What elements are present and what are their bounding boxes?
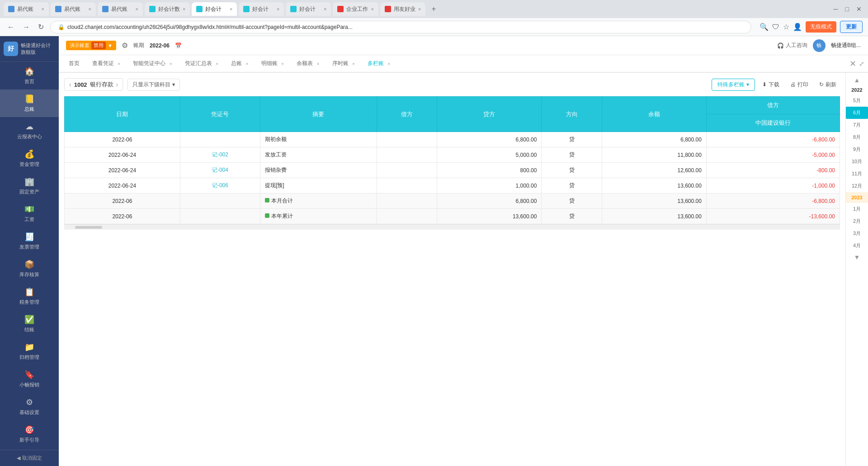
tab-5[interactable]: 好会计 × xyxy=(192,2,237,16)
sidebar-item-close-account[interactable]: ✅ 结账 xyxy=(0,310,59,338)
tab-close-7[interactable]: × xyxy=(324,6,326,12)
sidebar-item-home[interactable]: 🏠 首页 xyxy=(0,62,59,89)
month-sep[interactable]: 9月 xyxy=(846,143,868,155)
tab-smart-voucher[interactable]: 智能凭证中心 × xyxy=(127,55,178,72)
tab-close-6[interactable]: × xyxy=(277,6,279,12)
tab-close-multi-column[interactable]: × xyxy=(387,61,390,66)
star-icon[interactable]: ☆ xyxy=(783,23,789,31)
wuhen-mode-button[interactable]: 无痕模式 xyxy=(806,21,836,33)
refresh-ledger-button[interactable]: ↻ 刷新 xyxy=(816,79,840,90)
special-multi-col-button[interactable]: 特殊多栏账 ▾ xyxy=(712,79,755,91)
tab-3[interactable]: 易代账 × xyxy=(98,2,143,16)
sidebar-item-assets[interactable]: 🏢 固定资产 xyxy=(0,172,59,200)
tab-close-9[interactable]: × xyxy=(418,6,421,12)
tab-close-balance[interactable]: × xyxy=(316,61,319,66)
tab-voucher-summary[interactable]: 凭证汇总表 × xyxy=(179,55,225,72)
sidebar-item-invoice[interactable]: 🧾 发票管理 xyxy=(0,227,59,255)
month-nov[interactable]: 11月 xyxy=(846,168,868,180)
month-scroll-up[interactable]: ▲ xyxy=(852,75,862,85)
maximize-button[interactable]: □ xyxy=(843,5,852,14)
consult-button[interactable]: 🎧 人工咨询 xyxy=(777,42,807,49)
tab-home[interactable]: 首页 xyxy=(62,55,86,72)
voucher-link[interactable]: 记-004 xyxy=(212,167,228,173)
tab-4[interactable]: 好会计数 × xyxy=(145,2,190,16)
prev-subject-button[interactable]: ‹ xyxy=(69,81,71,88)
tab-6[interactable]: 好会计 × xyxy=(239,2,284,16)
update-button[interactable]: 更新 xyxy=(840,21,863,33)
cell-credit: 13,600.00 xyxy=(437,209,542,224)
demo-badge: 演示账套 禁用 ▼ xyxy=(66,41,116,50)
tab-close-journal[interactable]: × xyxy=(352,61,355,66)
panel-expand-icon[interactable]: ⤢ xyxy=(859,60,864,67)
tab-close-general-ledger[interactable]: × xyxy=(245,61,248,66)
tab-journal[interactable]: 序时账 × xyxy=(326,55,361,72)
month-may[interactable]: 5月 xyxy=(846,94,868,107)
horizontal-scrollbar[interactable] xyxy=(64,224,840,230)
month-oct[interactable]: 10月 xyxy=(846,155,868,168)
sidebar-item-cloud-report[interactable]: ☁ 云报表中心 xyxy=(0,117,59,145)
month-jun[interactable]: 6月 xyxy=(846,107,868,119)
tab-close-detail-ledger[interactable]: × xyxy=(281,61,284,66)
sidebar-item-salary[interactable]: 💵 工资 xyxy=(0,200,59,227)
month-feb[interactable]: 2月 xyxy=(846,215,868,227)
next-subject-button[interactable]: › xyxy=(116,81,118,88)
filter-button[interactable]: 只显示下级科目 ▾ xyxy=(127,79,180,91)
tab-9[interactable]: 用友好业 × xyxy=(380,2,425,16)
browser-chrome: 易代账 × 易代账 × 易代账 × 好会计数 × 好会计 × 好会计 × 好会计… xyxy=(0,0,868,18)
tab-close-4[interactable]: × xyxy=(183,6,185,12)
tab-view-voucher[interactable]: 查看凭证 × xyxy=(86,55,127,72)
tab-close-1[interactable]: × xyxy=(42,6,44,12)
scrollbar-thumb[interactable] xyxy=(75,226,102,229)
close-button[interactable]: ✕ xyxy=(854,5,864,14)
sidebar-item-inventory[interactable]: 📦 库存核算 xyxy=(0,255,59,282)
tab-close-3[interactable]: × xyxy=(136,6,138,12)
tab-detail-ledger[interactable]: 明细账 × xyxy=(255,55,290,72)
forward-button[interactable]: → xyxy=(21,21,32,33)
tab-close-voucher-summary[interactable]: × xyxy=(216,61,218,66)
sidebar-item-archive[interactable]: 📁 归档管理 xyxy=(0,338,59,365)
profile-icon[interactable]: 👤 xyxy=(793,23,802,31)
month-mar[interactable]: 3月 xyxy=(846,227,868,240)
sidebar-item-tax[interactable]: 📋 税务管理 xyxy=(0,282,59,310)
voucher-link[interactable]: 记-002 xyxy=(212,151,228,158)
refresh-button[interactable]: ↻ xyxy=(36,21,46,33)
tab-balance[interactable]: 余额表 × xyxy=(290,55,326,72)
new-tab-button[interactable]: + xyxy=(427,3,440,15)
month-jul[interactable]: 7月 xyxy=(846,119,868,131)
month-scroll-down[interactable]: ▼ xyxy=(852,252,862,263)
month-aug[interactable]: 8月 xyxy=(846,131,868,143)
sidebar-item-fund[interactable]: 💰 资金管理 xyxy=(0,145,59,172)
sidebar-item-settings[interactable]: ⚙ 基础设置 xyxy=(0,393,59,420)
sidebar-item-expense[interactable]: 🔖 小畅报销 xyxy=(0,365,59,393)
url-input[interactable]: 🔒 cloud2.chanjet.com/accounting/uh26t264… xyxy=(50,21,751,33)
tab-close-8[interactable]: × xyxy=(371,6,373,12)
tab-1[interactable]: 易代账 × xyxy=(4,2,49,16)
calendar-icon[interactable]: 📅 xyxy=(175,42,182,49)
search-icon[interactable]: 🔍 xyxy=(760,23,769,31)
tab-general-ledger[interactable]: 总账 × xyxy=(225,55,255,72)
sidebar-item-guide[interactable]: 🎯 新手引导 xyxy=(0,420,59,448)
chevron-down-icon[interactable]: ▼ xyxy=(108,43,113,48)
voucher-link[interactable]: 记-006 xyxy=(212,182,228,188)
minimize-button[interactable]: ─ xyxy=(831,5,841,14)
panel-close-icon[interactable]: ✕ xyxy=(849,59,856,69)
download-button[interactable]: ⬇ 下载 xyxy=(759,79,783,90)
tab-close-view-voucher[interactable]: × xyxy=(118,61,120,66)
tab-close-smart-voucher[interactable]: × xyxy=(169,61,172,66)
tab-icon-7 xyxy=(290,6,297,12)
month-dec[interactable]: 12月 xyxy=(846,180,868,192)
tab-2[interactable]: 易代账 × xyxy=(51,2,96,16)
tab-multi-column[interactable]: 多栏账 × xyxy=(361,55,396,72)
unpin-button[interactable]: ◀ 取消固定 xyxy=(4,455,55,461)
tab-close-5[interactable]: × xyxy=(230,6,232,12)
print-button[interactable]: 🖨 打印 xyxy=(787,79,812,90)
back-button[interactable]: ← xyxy=(5,21,16,33)
shield-icon[interactable]: 🛡 xyxy=(772,23,779,31)
settings-gear-icon[interactable]: ⚙ xyxy=(122,41,128,50)
sidebar-item-ledger[interactable]: 📒 总账 xyxy=(0,89,59,117)
tab-close-2[interactable]: × xyxy=(89,6,91,12)
tab-8[interactable]: 企业工作 × xyxy=(333,2,378,16)
month-jan[interactable]: 1月 xyxy=(846,203,868,215)
tab-7[interactable]: 好会计 × xyxy=(286,2,331,16)
month-apr[interactable]: 4月 xyxy=(846,240,868,252)
